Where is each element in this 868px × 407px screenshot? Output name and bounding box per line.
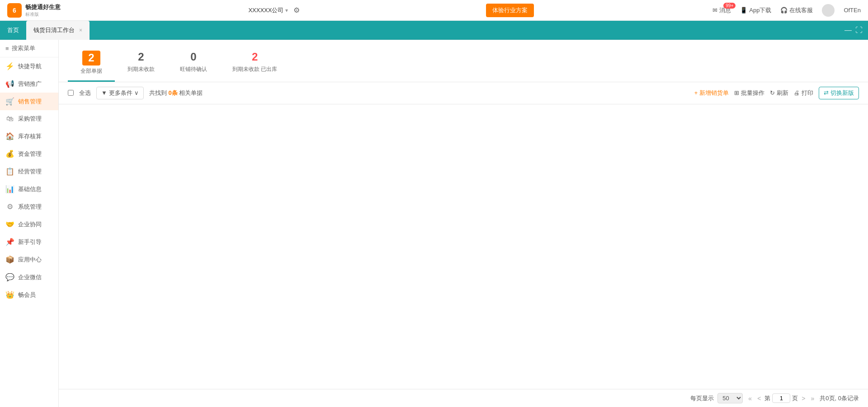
- card-wangpu-pending-label: 旺铺待确认: [180, 65, 207, 73]
- sidebar-item-wechat[interactable]: 💬 企业微信: [0, 268, 58, 286]
- purchase-icon: 🛍: [5, 115, 14, 123]
- card-all[interactable]: 2 全部单据: [68, 47, 115, 82]
- card-overdue-uncollected[interactable]: 2 到期未收款: [115, 47, 167, 82]
- sidebar-item-label: 企业微信: [18, 273, 42, 281]
- batch-icon: ⊞: [734, 89, 739, 96]
- tab-qhrq[interactable]: 钱货日清工作台 ×: [26, 21, 90, 40]
- sidebar-item-label: 销售管理: [18, 98, 42, 106]
- company-name: XXXXXX公司: [248, 6, 283, 14]
- last-page-btn[interactable]: »: [809, 394, 816, 403]
- sidebar-item-cooperation[interactable]: 🤝 企业协同: [0, 215, 58, 233]
- message-btn[interactable]: ✉ 消息 99+: [712, 6, 731, 14]
- print-btn[interactable]: 🖨 打印: [794, 89, 813, 97]
- refresh-label: 刷新: [777, 89, 788, 97]
- switch-version-btn[interactable]: ⇄ 切换新版: [819, 87, 859, 99]
- card-all-num: 2: [82, 51, 100, 65]
- first-page-btn[interactable]: «: [746, 394, 754, 403]
- app-center-icon: 📦: [5, 255, 14, 264]
- logo-subtitle: 标准版: [25, 11, 61, 18]
- sidebar-item-system[interactable]: ⚙ 系统管理: [0, 198, 58, 215]
- card-overdue-uncollected-num: 2: [132, 51, 150, 64]
- sidebar-item-purchase[interactable]: 🛍 采购管理: [0, 110, 58, 127]
- select-all-label: 全选: [79, 89, 91, 97]
- logo-text: 畅捷通好生意 标准版: [25, 3, 61, 18]
- logo-area: 6 畅捷通好生意 标准版: [7, 3, 61, 18]
- prev-page-btn[interactable]: <: [755, 394, 763, 403]
- online-service-btn[interactable]: 🎧 在线客服: [780, 6, 813, 14]
- card-overdue-shipped-label: 到期未收款 已出库: [232, 65, 277, 73]
- card-overdue-shipped-num: 2: [246, 51, 264, 64]
- message-badge: 99+: [723, 3, 736, 9]
- marketing-icon: 📢: [5, 80, 14, 88]
- app-download-btn[interactable]: 📱 App下载: [740, 6, 771, 14]
- card-overdue-uncollected-label: 到期未收款: [127, 65, 155, 73]
- sidebar-item-label: 资金管理: [18, 150, 42, 158]
- sidebar-item-quick-nav[interactable]: ⚡ 快捷导航: [0, 57, 58, 75]
- per-page-label: 每页显示: [690, 394, 714, 402]
- download-icon: 📱: [740, 7, 747, 14]
- page-total: 共0页, 0条记录: [820, 394, 859, 402]
- system-icon: ⚙: [5, 202, 14, 211]
- table-area: [59, 104, 868, 389]
- switch-label: 切换新版: [830, 89, 854, 97]
- settings-icon[interactable]: ⚙: [293, 6, 300, 14]
- sales-icon: 🛒: [5, 97, 14, 106]
- per-page-select[interactable]: 20 50 100: [717, 393, 743, 403]
- content-area: 2 全部单据 2 到期未收款 0 旺铺待确认 2 到期未收款 已出库 全选: [59, 40, 868, 407]
- chevron-down-icon: ∨: [134, 89, 139, 96]
- sidebar-item-inventory[interactable]: 🏠 库存核算: [0, 127, 58, 145]
- more-filter-label: 更多条件: [109, 89, 132, 97]
- sidebar-item-app-center[interactable]: 📦 应用中心: [0, 251, 58, 268]
- avatar[interactable]: [822, 4, 835, 17]
- search-menu-btn[interactable]: ≡ 搜索菜单: [0, 40, 58, 57]
- toolbar: 全选 ▼ 更多条件 ∨ 共找到 0条 相关单据 + 新增销货单 ⊞: [59, 82, 868, 104]
- refresh-btn[interactable]: ↻ 刷新: [770, 89, 788, 97]
- sidebar-item-label: 系统管理: [18, 203, 42, 211]
- more-filter-btn[interactable]: ▼ 更多条件 ∨: [96, 87, 144, 99]
- print-label: 打印: [802, 89, 813, 97]
- page-input[interactable]: [772, 393, 790, 403]
- select-all-checkbox[interactable]: [68, 90, 74, 96]
- card-wangpu-pending[interactable]: 0 旺铺待确认: [167, 47, 220, 82]
- expand-icon[interactable]: ⛶: [855, 26, 863, 34]
- batch-operation-btn[interactable]: ⊞ 批量操作: [734, 89, 764, 97]
- company-selector[interactable]: XXXXXX公司 ▾ ⚙: [248, 6, 300, 14]
- switch-icon: ⇄: [824, 89, 829, 96]
- capital-icon: 💰: [5, 150, 14, 158]
- sidebar-item-base-info[interactable]: 📊 基础信息: [0, 180, 58, 198]
- tab-home[interactable]: 首页: [0, 21, 26, 40]
- filter-icon: ▼: [101, 89, 107, 96]
- add-sales-order-btn[interactable]: + 新增销货单: [694, 89, 729, 97]
- tab-home-label: 首页: [7, 26, 19, 34]
- next-page-btn[interactable]: >: [800, 394, 807, 403]
- search-icon: ≡: [5, 45, 9, 52]
- card-overdue-shipped[interactable]: 2 到期未收款 已出库: [220, 47, 290, 82]
- logo-title: 畅捷通好生意: [25, 3, 61, 11]
- minimize-icon[interactable]: —: [844, 26, 852, 34]
- sidebar-item-capital[interactable]: 💰 资金管理: [0, 145, 58, 163]
- page-label: 第: [764, 394, 770, 402]
- tab-close-icon[interactable]: ×: [79, 27, 82, 33]
- sidebar-item-label: 营销推广: [18, 80, 42, 88]
- tabs-bar: 首页 钱货日清工作台 × — ⛶: [0, 21, 868, 40]
- toolbar-right: + 新增销货单 ⊞ 批量操作 ↻ 刷新 🖨 打印 ⇄ 切换新版: [694, 87, 859, 99]
- window-controls: — ⛶: [844, 26, 868, 34]
- wechat-icon: 💬: [5, 273, 14, 281]
- headset-icon: 🎧: [780, 7, 788, 14]
- experience-btn[interactable]: 体验行业方案: [486, 4, 534, 17]
- sidebar-item-label: 库存核算: [18, 132, 42, 140]
- sidebar-item-sales[interactable]: 🛒 销售管理: [0, 93, 58, 110]
- sidebar-item-member[interactable]: 👑 畅会员: [0, 286, 58, 304]
- sidebar-item-label: 基础信息: [18, 185, 42, 193]
- sidebar-item-operations[interactable]: 📋 经营管理: [0, 163, 58, 180]
- sidebar-item-guide[interactable]: 📌 新手引导: [0, 233, 58, 251]
- inventory-icon: 🏠: [5, 132, 14, 140]
- page-nav: « < 第 页 > »: [746, 393, 816, 403]
- online-service-label: 在线客服: [789, 6, 813, 14]
- summary-cards: 2 全部单据 2 到期未收款 0 旺铺待确认 2 到期未收款 已出库: [59, 40, 868, 82]
- sidebar-item-marketing[interactable]: 📢 营销推广: [0, 75, 58, 93]
- header-right: ✉ 消息 99+ 📱 App下载 🎧 在线客服 OfTEn: [712, 4, 861, 17]
- batch-label: 批量操作: [741, 89, 764, 97]
- logo-icon: 6: [7, 3, 22, 18]
- sidebar: ≡ 搜索菜单 ⚡ 快捷导航 📢 营销推广 🛒 销售管理 🛍 采购管理 🏠 库存核…: [0, 40, 59, 407]
